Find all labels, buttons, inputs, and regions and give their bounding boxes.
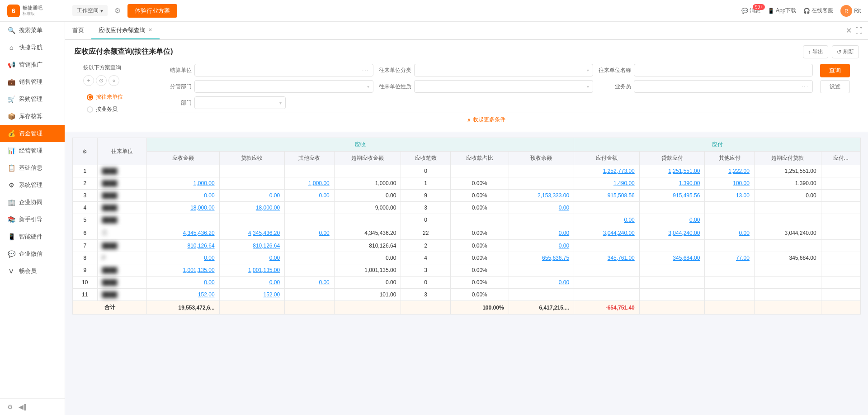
add-scheme-button[interactable]: + — [83, 75, 94, 86]
messages-badge: 99+ — [753, 4, 765, 10]
sidebar-item-enterprise[interactable]: 🏢 企业协同 — [0, 194, 65, 211]
tab-home[interactable]: 首页 — [65, 22, 91, 39]
settlement-unit-label: 结算单位 — [159, 67, 192, 74]
sidebar-item-purchase[interactable]: 🛒 采购管理 — [0, 91, 65, 108]
app-download-button[interactable]: 📱 App下载 — [768, 7, 796, 14]
sidebar-item-search[interactable]: 🔍 搜索菜单 — [0, 22, 65, 39]
sidebar-item-inventory[interactable]: 📦 库存核算 — [0, 108, 65, 125]
row-pay-more — [821, 190, 860, 202]
department-label: 部门 — [159, 99, 192, 107]
refresh-button[interactable]: ↺ 刷新 — [832, 45, 859, 58]
row-recv-amt: 4,345,436.20 — [147, 226, 219, 240]
tab-close-all-icon[interactable]: ✕ — [846, 26, 852, 35]
row-recv-loan — [219, 165, 285, 177]
top-bar-center: 工作空间 ▾ ⚙ 体验行业方案 — [72, 4, 741, 18]
sidebar-item-hardware[interactable]: 📱 智能硬件 — [0, 228, 65, 245]
row-recv-other — [285, 289, 335, 301]
row-recv-other — [285, 165, 335, 177]
sidebar-settings-icon[interactable]: ⚙ — [7, 403, 13, 410]
row-no: 7 — [73, 240, 98, 252]
sidebar-item-label: 资金管理 — [19, 129, 42, 138]
sidebar-item-finance[interactable]: 💰 资金管理 — [0, 125, 65, 142]
department-select[interactable]: ▾ — [194, 96, 286, 109]
row-pay-amt: 0.00 — [574, 214, 640, 226]
row-partner: ████ — [97, 289, 147, 301]
hardware-icon: 📱 — [7, 233, 15, 240]
row-pay-other: 100.00 — [705, 177, 755, 190]
tab-bar: 首页 应收应付余额查询 ✕ ✕ ⛶ — [65, 22, 868, 40]
row-recv-other: 0.00 — [285, 226, 335, 240]
row-pay-loan: 3,044,240.00 — [639, 226, 705, 240]
row-prepay-bal: 2,153,333.00 — [509, 190, 574, 202]
row-prepay-bal — [509, 264, 574, 277]
sales-icon: 💼 — [7, 78, 15, 86]
th-prepay-bal: 预收余额 — [509, 152, 574, 165]
row-recv-overdue: 1,001,135.00 — [334, 264, 401, 277]
division-select[interactable]: ▾ — [194, 80, 373, 93]
counterpart-category-select[interactable]: ▾ — [414, 64, 593, 76]
sidebar-item-marketing[interactable]: 📢 营销推广 — [0, 56, 65, 73]
sidebar-item-guide[interactable]: 📚 新手引导 — [0, 211, 65, 228]
sidebar-item-wechat[interactable]: 💬 企业微信 — [0, 245, 65, 262]
tab-close-icon[interactable]: ✕ — [148, 27, 152, 33]
row-pay-amt: 1,490.00 — [574, 177, 640, 190]
online-service-button[interactable]: 🎧 在线客服 — [803, 7, 833, 14]
export-icon: ↑ — [808, 49, 811, 55]
row-recv-pct: 0.00% — [450, 202, 509, 214]
row-partner: ████ — [97, 165, 147, 177]
row-pay-more — [821, 214, 860, 226]
field-division: 分管部门 ▾ — [159, 80, 373, 93]
collapse-scheme-button[interactable]: « — [108, 75, 119, 86]
edit-scheme-button[interactable]: ⊙ — [96, 75, 107, 86]
user-area[interactable]: R Rit — [840, 5, 861, 17]
row-no: 3 — [73, 190, 98, 202]
th-settings[interactable]: ⚙ — [73, 138, 98, 165]
workspace-selector[interactable]: 工作空间 ▾ — [72, 5, 108, 16]
row-recv-other — [285, 214, 335, 226]
row-prepay-bal: 0.00 — [509, 202, 574, 214]
row-prepay-bal: 0.00 — [509, 240, 574, 252]
row-pay-loan — [639, 289, 705, 301]
radio-salesperson-icon — [87, 106, 93, 113]
tab-receivable[interactable]: 应收应付余额查询 ✕ — [91, 22, 160, 39]
filter-by-salesperson[interactable]: 按业务员 — [83, 104, 127, 115]
filter-by-partner[interactable]: 按往来单位 — [83, 91, 127, 103]
settings-button[interactable]: 设置 — [820, 80, 850, 93]
sidebar-item-member[interactable]: Ⅴ 畅会员 — [0, 262, 65, 280]
row-recv-overdue: 0.00 — [334, 277, 401, 289]
row-recv-pct: 0.00% — [450, 240, 509, 252]
row-pay-overdue: 3,044,240.00 — [754, 226, 821, 240]
salesperson-input[interactable]: ··· — [634, 80, 813, 93]
sidebar-item-nav[interactable]: ⌂ 快捷导航 — [0, 39, 65, 56]
export-button[interactable]: ↑ 导出 — [803, 45, 828, 58]
counterpart-nature-select[interactable]: ▾ — [414, 80, 593, 93]
row-pay-overdue — [754, 240, 821, 252]
counterpart-name-input[interactable] — [634, 64, 813, 76]
query-button[interactable]: 查询 — [820, 64, 850, 77]
collapse-more-button[interactable]: ∧ 收起更多条件 — [159, 113, 813, 126]
table-container[interactable]: ⚙ 往来单位 应收 应付 应收金额 贷款应收 其他应收 超期应收金额 应收笔数 … — [65, 132, 868, 415]
sidebar-item-basics[interactable]: 📋 基础信息 — [0, 159, 65, 176]
th-pay-other: 其他应付 — [705, 152, 755, 165]
sidebar-item-system[interactable]: ⚙ 系统管理 — [0, 176, 65, 194]
industry-button[interactable]: 体验行业方案 — [127, 4, 177, 18]
logo-icon: 6 — [7, 5, 20, 17]
row-partner: 乙 — [97, 226, 147, 240]
sidebar-collapse-icon[interactable]: ◀‖ — [19, 403, 27, 410]
row-pay-overdue — [754, 214, 821, 226]
th-recv-group: 应收 — [147, 138, 574, 152]
th-pay-loan: 贷款应付 — [639, 152, 705, 165]
tab-expand-icon[interactable]: ⛶ — [855, 27, 863, 35]
settlement-unit-input[interactable]: ··· — [194, 64, 373, 76]
row-recv-pct — [450, 165, 509, 177]
app-icon: 📱 — [768, 8, 774, 14]
row-recv-count: 3 — [401, 202, 451, 214]
row-pay-overdue: 345,684.00 — [754, 252, 821, 264]
sidebar-item-operations[interactable]: 📊 经营管理 — [0, 142, 65, 159]
table-row: 8 P 0.00 0.00 0.00 4 0.00% 655,636.75 34… — [73, 252, 861, 264]
row-pay-other: 0.00 — [705, 226, 755, 240]
enterprise-icon: 🏢 — [7, 199, 15, 206]
messages-button[interactable]: 💬 消息 99+ — [741, 7, 760, 14]
settings-button[interactable]: ⚙ — [111, 5, 124, 17]
sidebar-item-sales[interactable]: 💼 销售管理 — [0, 73, 65, 91]
